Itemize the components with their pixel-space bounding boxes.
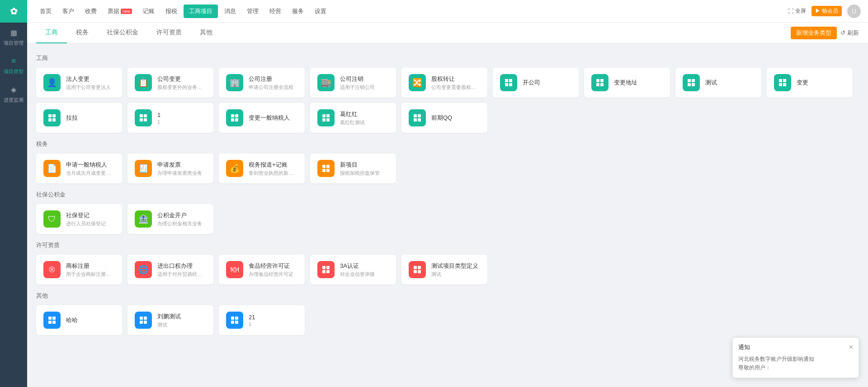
card-qianqi-qq[interactable]: 前期QQ [401, 103, 487, 133]
topnav-item-operation[interactable]: 经营 [264, 0, 287, 23]
sidebar-item-progress-monitor[interactable]: ◈ 进度监测 [0, 79, 27, 108]
card-icon-company-change: 📋 [135, 74, 152, 91]
card-name-3a-cert: 3A认证 [340, 262, 389, 270]
add-business-type-button[interactable]: 新增业务类型 [791, 27, 837, 39]
vip-button[interactable]: ▶ 畅会员 [811, 6, 842, 16]
card-info-equity-transfer: 股权转让 公司变更需要股权转让 [431, 75, 480, 91]
card-test-project-type[interactable]: 测试项目类型定义 测试 [401, 255, 487, 284]
topnav-item-tax[interactable]: 报税 [160, 0, 183, 23]
card-apply-invoice[interactable]: 🧾 申请发票 办理申请发票类业务 [127, 154, 213, 183]
card-fund-account[interactable]: 🏦 公积金开户 办理公积金相关业务 [127, 204, 213, 234]
card-equity-transfer[interactable]: 🔀 股权转让 公司变更需要股权转让 [401, 68, 487, 98]
tab-license[interactable]: 许可资质 [147, 23, 191, 43]
refresh-label: 刷新 [847, 29, 859, 37]
card-info-company-register: 公司注册 申请公司注册全流程 [249, 75, 297, 91]
card-info-tax-report: 税务报道+记账 拿到营业执照的新公司 [249, 161, 297, 177]
card-info-apply-general: 申请一般纳税人 当月或次月成变更完成 [66, 161, 115, 177]
card-haha[interactable]: 哈哈 [36, 305, 122, 335]
topnav-item-accounting[interactable]: 记账 [137, 0, 160, 23]
card-desc-food-license: 办理食品经营许可证 [249, 271, 297, 278]
card-desc-num21: 1 [249, 322, 297, 327]
tab-tax[interactable]: 税务 [67, 23, 98, 43]
tab-social[interactable]: 社保公积金 [98, 23, 147, 43]
card-company-change[interactable]: 📋 公司变更 股权变更外的业务变更 [127, 68, 213, 98]
tab-bar: 工商税务社保公积金许可资质其他 新增业务类型 ↺ 刷新 [27, 23, 868, 43]
card-food-license[interactable]: 🍽 食品经营许可证 办理食品经营许可证 [219, 255, 305, 284]
svg-rect-3 [509, 83, 512, 86]
card-legal-change[interactable]: 👤 法人变更 适用于公司变更法人 [36, 68, 122, 98]
card-icon-legal-change: 👤 [43, 74, 61, 91]
notification-close-button[interactable]: × [849, 343, 853, 351]
card-social-register[interactable]: 🛡 社保登记 进行人员社保登记 [36, 204, 122, 234]
topnav-item-industry[interactable]: 工商项目 [184, 5, 218, 18]
sidebar-item-project-manage[interactable]: ▦ 项目管理 [0, 23, 27, 51]
notification-popup: 通知 × 河北税务数字账户升级影响通知 尊敬的用户： [732, 337, 859, 378]
card-apply-general[interactable]: 📄 申请一般纳税人 当月或次月成变更完成 [36, 154, 122, 183]
card-3a-cert[interactable]: 3A认证 对企业信誉评级 [310, 255, 396, 284]
card-open-company[interactable]: 开公司 [493, 68, 579, 98]
topnav-item-ticket[interactable]: 票据new [102, 0, 137, 23]
sidebar-item-project-type[interactable]: ≡ 项目类型 [0, 51, 27, 79]
card-info-change-address: 变更地址 [614, 79, 663, 87]
cards-grid-industry-section: 👤 法人变更 适用于公司变更法人 📋 公司变更 股权变更外的业务变更 🏢 公司注… [36, 68, 859, 133]
section-tax-section: 税务 📄 申请一般纳税人 当月或次月成变更完成 🧾 申请发票 办理申请发票类业务… [36, 140, 859, 183]
card-lala[interactable]: 拉拉 [36, 103, 122, 133]
topnav-item-billing[interactable]: 收费 [80, 0, 102, 23]
card-info-num1: 1 1 [157, 112, 206, 125]
card-mahonghong[interactable]: 葛红红 葛红红测试 [310, 103, 396, 133]
card-import-export[interactable]: 🌐 进出口权办理 适用于对外贸易经营者 [127, 255, 213, 284]
topnav-item-manage[interactable]: 管理 [241, 0, 264, 23]
vip-icon: ▶ [815, 8, 821, 14]
card-icon-3a-cert [317, 261, 335, 278]
refresh-button[interactable]: ↺ 刷新 [840, 29, 859, 37]
svg-rect-2 [505, 83, 508, 86]
card-icon-qianqi-qq [409, 109, 426, 126]
card-name-trademark: 商标注册 [66, 262, 115, 270]
card-num21[interactable]: 21 1 [219, 305, 305, 335]
tab-label-industry: 工商 [45, 28, 58, 37]
content-area: 工商税务社保公积金许可资质其他 新增业务类型 ↺ 刷新 工商 👤 法人变更 适用… [27, 23, 868, 387]
fullscreen-btn[interactable]: ⛶ 全屏 [788, 7, 806, 15]
card-change1[interactable]: 变更 [767, 68, 853, 98]
topnav-right: ⛶ 全屏 ▶ 畅会员 U [788, 5, 861, 18]
card-info-import-export: 进出口权办理 适用于对外贸易经营者 [157, 262, 206, 278]
card-tax-report[interactable]: 💰 税务报道+记账 拿到营业执照的新公司 [219, 154, 305, 183]
card-trademark[interactable]: ® 商标注册 用于企业商标注册服务 [36, 255, 122, 284]
tab-other[interactable]: 其他 [191, 23, 222, 43]
svg-rect-50 [48, 321, 52, 324]
card-icon-new-project [317, 160, 335, 177]
topnav-label-message: 消息 [224, 7, 236, 15]
card-company-register[interactable]: 🏢 公司注册 申请公司注册全流程 [219, 68, 305, 98]
card-icon-equity-transfer: 🔀 [409, 74, 426, 91]
svg-rect-49 [52, 317, 56, 320]
sidebar-logo[interactable]: ✿ [0, 0, 27, 23]
topnav-label-operation: 经营 [269, 7, 281, 15]
svg-rect-41 [326, 266, 330, 269]
tab-industry[interactable]: 工商 [36, 23, 67, 43]
svg-rect-54 [140, 321, 143, 324]
topnav-item-home[interactable]: 首页 [34, 0, 57, 23]
card-liupeng-test[interactable]: 刘鹏测试 测试 [127, 305, 213, 335]
topnav-item-message[interactable]: 消息 [219, 0, 241, 23]
topnav-item-service[interactable]: 服务 [287, 0, 309, 23]
card-company-cancel[interactable]: 🏬 公司注销 适用于注销公司 [310, 68, 396, 98]
topnav: 首页客户收费票据new记账报税工商项目消息管理经营服务设置 ⛶ 全屏 ▶ 畅会员… [27, 0, 868, 23]
card-icon-num1 [135, 109, 152, 126]
topnav-item-settings[interactable]: 设置 [309, 0, 332, 23]
card-info-social-register: 社保登记 进行人员社保登记 [66, 211, 115, 227]
avatar[interactable]: U [847, 5, 861, 18]
cards-grid-license-section: ® 商标注册 用于企业商标注册服务 🌐 进出口权办理 适用于对外贸易经营者 🍽 … [36, 255, 859, 284]
topnav-item-customer[interactable]: 客户 [57, 0, 80, 23]
svg-rect-11 [692, 83, 695, 86]
card-change-tax[interactable]: 变更一般纳税人 [219, 103, 305, 133]
card-new-project[interactable]: 新项目 报税加税控盘保管 [310, 154, 396, 183]
svg-rect-52 [140, 317, 143, 320]
card-icon-trademark: ® [43, 261, 61, 278]
card-icon-company-register: 🏢 [226, 74, 243, 91]
card-info-lala: 拉拉 [66, 114, 115, 122]
card-icon-test-project-type [409, 261, 426, 278]
card-test1[interactable]: 测试 [675, 68, 761, 98]
card-num1[interactable]: 1 1 [127, 103, 213, 133]
card-info-company-cancel: 公司注销 适用于注销公司 [340, 75, 389, 91]
card-change-address[interactable]: 变更地址 [584, 68, 670, 98]
